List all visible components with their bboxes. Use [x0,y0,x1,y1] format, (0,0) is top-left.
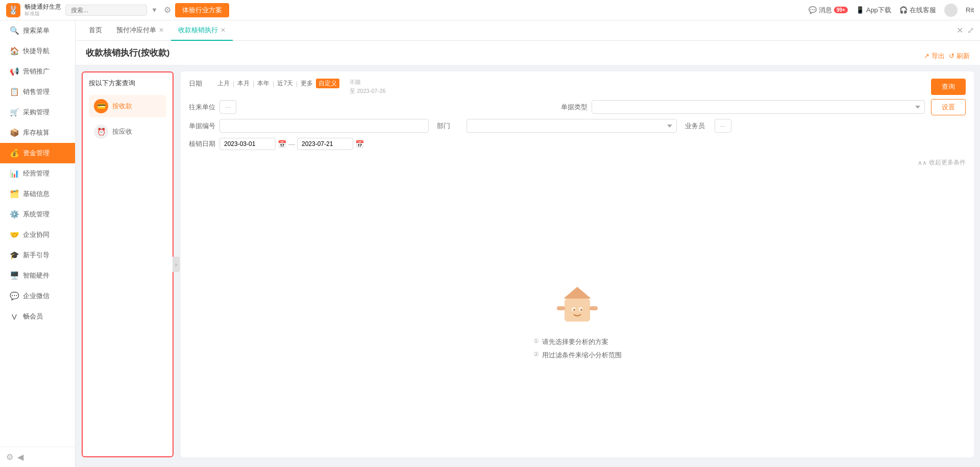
inventory-icon: 📦 [10,128,19,137]
bill-type-label: 单据类型 [561,103,587,112]
tabbar-actions: ✕ ⤢ [957,26,974,35]
app-download-label: App下载 [866,6,891,15]
bill-no-input[interactable] [219,119,429,133]
sidebar-label-inventory: 库存核算 [23,128,50,137]
sidebar-item-finance[interactable]: 💰 资金管理 [0,143,75,163]
date-more[interactable]: 更多 [301,79,313,88]
department-select[interactable] [467,119,677,133]
app-logo: 🐰 [6,3,20,17]
counterpart-group: 往来单位 ··· [189,100,553,114]
bill-type-group: 单据类型 [561,100,925,114]
tab-home[interactable]: 首页 [82,20,109,41]
collapse-bar: ∧∧ 收起更多条件 [189,158,966,167]
export-label: 导出 [932,52,945,61]
basic-info-icon: 🗂️ [10,189,19,199]
sidebar-item-hardware[interactable]: 🖥️ 智能硬件 [0,265,75,286]
verify-date-start[interactable] [219,138,276,150]
verify-date-label: 核销日期 [189,139,215,149]
tab-expand-btn[interactable]: ⤢ [967,26,974,35]
customer-service-btn[interactable]: 🎧 在线客服 [899,6,936,15]
sidebar-item-inventory[interactable]: 📦 库存核算 [0,122,75,143]
date-custom[interactable]: 自定义 [316,79,339,88]
sidebar-label-search: 搜索菜单 [23,26,50,35]
sidebar-item-marketing[interactable]: 📢 营销推广 [0,61,75,82]
sidebar-item-quick-nav[interactable]: 🏠 快捷导航 [0,41,75,61]
sidebar-item-operation[interactable]: 📊 经营管理 [0,163,75,184]
query-btn[interactable]: 查询 [931,79,966,95]
industry-btn[interactable]: 体验行业方案 [175,3,229,17]
filter-by-receivable[interactable]: ⏰ 按应收 [89,120,166,143]
message-btn[interactable]: 💬 消息 99+ [808,6,848,15]
app-edition: 标准版 [24,11,61,17]
sidebar-item-purchase[interactable]: 🛒 采购管理 [0,102,75,122]
app-download-btn[interactable]: 📱 App下载 [856,6,891,15]
collapse-sidebar-icon[interactable]: ◀ [17,452,23,462]
export-btn[interactable]: ↗ 导出 [924,52,945,61]
tabbar: 首页 预付冲应付单 ✕ 收款核销执行 ✕ ✕ ⤢ [76,20,980,41]
refresh-btn[interactable]: ↺ 刷新 [949,52,970,61]
operation-icon: 📊 [10,169,19,178]
sidebar-label-member: 畅会员 [23,312,43,321]
page-header: 收款核销执行(按收款) ↗ 导出 ↺ 刷新 [76,41,980,65]
salesperson-btn[interactable]: ··· [715,119,731,133]
tab-prepay-label: 预付冲应付单 [116,26,156,35]
svg-rect-7 [590,306,598,310]
verify-end-cal-icon[interactable]: 📅 [355,140,364,148]
empty-state: ① 请先选择要分析的方案 ② 用过滤条件来缩小分析范围 [189,167,966,450]
sidebar-item-system[interactable]: ⚙️ 系统管理 [0,204,75,225]
filter-receipt-label: 按收款 [112,102,132,111]
date-7days[interactable]: 近7天 [277,79,293,88]
service-icon: 🎧 [899,6,908,14]
filter-collapse-btn[interactable]: » [173,257,180,272]
settings-btn[interactable]: 设置 [931,99,966,115]
svg-rect-6 [557,306,565,310]
sidebar: 🔍 搜索菜单 🏠 快捷导航 📢 营销推广 📋 销售管理 🛒 采购管理 📦 库存核… [0,20,76,467]
svg-point-4 [573,309,575,311]
svg-point-5 [580,309,582,311]
tab-prepay[interactable]: 预付冲应付单 ✕ [109,20,171,41]
sidebar-item-guide[interactable]: 🎓 新手引导 [0,245,75,265]
sidebar-item-wechat[interactable]: 💬 企业微信 [0,286,75,306]
purchase-icon: 🛒 [10,108,19,117]
settings-bottom-icon[interactable]: ⚙ [6,452,13,462]
tab-prepay-close[interactable]: ✕ [159,27,164,34]
guide-icon: 🎓 [10,251,19,260]
filter-receivable-label: 按应收 [112,127,132,136]
sidebar-item-member[interactable]: V 畅会员 [0,306,75,327]
tab-receivable[interactable]: 收款核销执行 ✕ [171,20,233,41]
topbar: 🐰 畅捷通好生意 标准版 ▼ ⚙ 体验行业方案 💬 消息 99+ 📱 App下载… [0,0,980,20]
sidebar-item-enterprise[interactable]: 🤝 企业协同 [0,225,75,245]
verify-start-cal-icon[interactable]: 📅 [278,140,286,148]
date-this-year[interactable]: 本年 [257,79,270,88]
avatar[interactable] [944,4,958,17]
tab-close-all-btn[interactable]: ✕ [957,26,963,35]
sidebar-label-hardware: 智能硬件 [23,271,50,280]
date-last-month[interactable]: 上月 [217,79,230,88]
tab-receivable-close[interactable]: ✕ [220,27,226,34]
topbar-right: 💬 消息 99+ 📱 App下载 🎧 在线客服 Rit [808,4,974,17]
date-filter: 上月 | 本月 | 本年 | 近7天 | 更多 [217,79,339,88]
filter-panel: 按以下方案查询 💳 按收款 ⏰ 按应收 » [82,71,174,457]
empty-hint-2-text: 用过滤条件来缩小分析范围 [542,351,622,360]
sidebar-item-basic-info[interactable]: 🗂️ 基础信息 [0,184,75,204]
dropdown-icon[interactable]: ▼ [151,6,158,14]
date-this-month[interactable]: 本月 [237,79,250,88]
home-icon: 🏠 [10,46,19,56]
filter-by-receipt[interactable]: 💳 按收款 [89,95,166,117]
sidebar-label-system: 系统管理 [23,210,50,219]
sidebar-item-sales[interactable]: 📋 销售管理 [0,82,75,102]
enterprise-icon: 🤝 [10,230,19,239]
collapse-more-btn[interactable]: ∧∧ 收起更多条件 [918,158,966,167]
counterpart-btn[interactable]: ··· [219,100,236,114]
sidebar-label-finance: 资金管理 [23,149,50,158]
member-icon: V [10,312,19,321]
verify-date-end[interactable] [297,138,353,150]
empty-hint-2: ② 用过滤条件来缩小分析范围 [533,351,622,360]
message-label: 消息 [819,6,832,15]
bill-type-select[interactable] [592,100,925,114]
search-input[interactable] [65,5,147,16]
collapse-label: 收起更多条件 [929,158,966,167]
gear-icon[interactable]: ⚙ [164,5,171,15]
system-icon: ⚙️ [10,210,19,219]
sidebar-item-search[interactable]: 🔍 搜索菜单 [0,20,75,41]
